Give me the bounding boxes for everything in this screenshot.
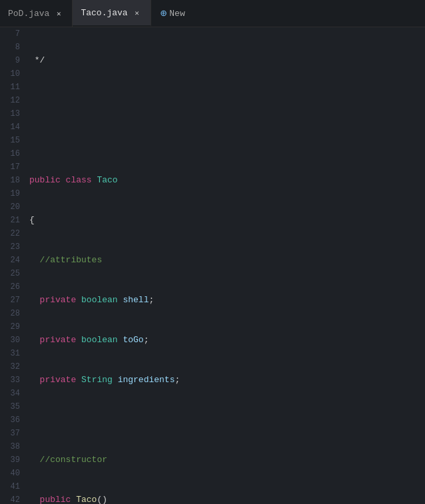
code-line-10: public class Taco <box>29 174 420 187</box>
code-line-18: public Taco() <box>29 493 420 504</box>
tab-taco-label: Taco.java <box>81 8 127 18</box>
code-line-7: */ <box>29 54 420 67</box>
tab-bar: PoD.java ✕ Taco.java ✕ ⊕ New <box>0 0 425 27</box>
code-line-11: { <box>29 214 420 227</box>
code-editor[interactable]: 7 8 9 10 11 12 13 14 15 16 17 18 19 20 2… <box>0 27 425 504</box>
plus-icon: ⊕ <box>161 7 167 20</box>
tab-new-label: New <box>169 9 185 19</box>
code-line-15: private String ingredients; <box>29 374 420 387</box>
code-line-8 <box>29 94 420 107</box>
tab-taco-close[interactable]: ✕ <box>132 7 143 18</box>
tab-new[interactable]: ⊕ New <box>151 0 195 27</box>
code-line-9 <box>29 134 420 147</box>
code-lines[interactable]: */ public class Taco { //attributes priv… <box>24 27 425 504</box>
code-line-16 <box>29 413 420 427</box>
code-line-14: private boolean toGo; <box>29 334 420 347</box>
line-numbers: 7 8 9 10 11 12 13 14 15 16 17 18 19 20 2… <box>0 27 24 504</box>
tab-pod-close[interactable]: ✕ <box>53 8 64 19</box>
code-line-17: //constructor <box>29 453 420 467</box>
code-line-13: private boolean shell; <box>29 294 420 307</box>
tab-taco[interactable]: Taco.java ✕ <box>73 0 151 27</box>
tab-pod-label: PoD.java <box>8 9 49 19</box>
code-line-12: //attributes <box>29 254 420 267</box>
tab-pod[interactable]: PoD.java ✕ <box>0 0 73 27</box>
